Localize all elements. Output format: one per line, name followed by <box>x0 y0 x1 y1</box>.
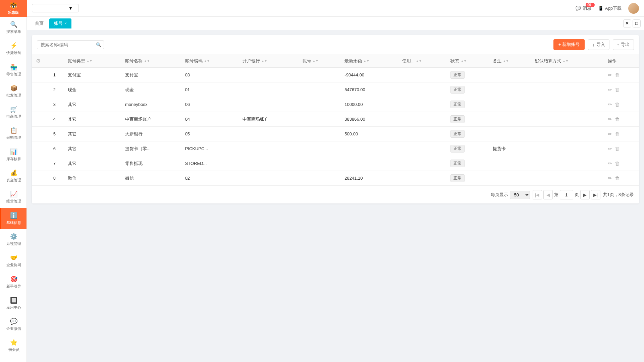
th-status[interactable]: 状态▲▼ <box>446 54 489 68</box>
td-default-settlement <box>531 171 604 186</box>
sidebar-item-搜索菜单[interactable]: 🔍 搜索菜单 <box>0 17 26 38</box>
sidebar-item-零售管理[interactable]: 🏪 零售管理 <box>0 59 26 80</box>
table-search-input[interactable] <box>41 42 94 47</box>
td-balance: 10000.00 <box>340 97 398 112</box>
td-name: 大新银行 <box>121 127 181 141</box>
sidebar-item-企业微信[interactable]: 💬 企业微信 <box>0 314 26 335</box>
td-type: 现金 <box>64 82 121 97</box>
edit-icon[interactable]: ✏ <box>608 72 612 78</box>
window-close-btn[interactable]: ✕ <box>623 19 631 27</box>
delete-icon[interactable]: 🗑 <box>615 116 620 122</box>
delete-icon[interactable]: 🗑 <box>615 146 620 152</box>
th-usage[interactable]: 使用...▲▼ <box>398 54 447 68</box>
sidebar-label: 搜索菜单 <box>6 29 21 34</box>
sidebar-item-电商管理[interactable]: 🛒 电商管理 <box>0 102 26 123</box>
app-download-button[interactable]: 📱 App下载 <box>598 5 622 11</box>
user-avatar[interactable] <box>628 3 639 14</box>
edit-icon[interactable]: ✏ <box>608 87 612 93</box>
delete-icon[interactable]: 🗑 <box>615 87 620 93</box>
msg-button[interactable]: 💬 消息 99+ <box>576 5 591 11</box>
add-account-button[interactable]: + 新增账号 <box>553 39 585 50</box>
sidebar-item-库存核算[interactable]: 📊 库存核算 <box>0 144 26 165</box>
td-action: ✏ 🗑 <box>604 112 639 127</box>
td-status: 正常 <box>446 97 489 112</box>
window-maximize-btn[interactable]: □ <box>633 19 641 27</box>
td-name: moneybosx <box>121 97 181 112</box>
delete-icon[interactable]: 🗑 <box>615 175 620 181</box>
delete-icon[interactable]: 🗑 <box>615 72 620 78</box>
page-next-btn[interactable]: ▶ <box>580 190 590 199</box>
status-badge: 正常 <box>450 130 465 138</box>
td-settings <box>32 141 45 156</box>
td-account <box>299 127 341 141</box>
tab-首页[interactable]: 首页 <box>30 18 48 28</box>
sidebar-item-采购管理[interactable]: 📋 采购管理 <box>0 123 26 144</box>
action-icons: ✏ 🗑 <box>608 175 635 181</box>
sidebar-icon: 🏪 <box>10 63 17 71</box>
toolbar-right: + 新增账号 ↓ 导入 ↑ 导出 <box>553 39 634 50</box>
th-bank[interactable]: 开户银行▲▼ <box>238 54 299 68</box>
td-name: 提货卡（零... <box>121 141 181 156</box>
sidebar-item-新手引导[interactable]: 🎯 新手引导 <box>0 272 26 293</box>
page-nav: |◀ ◀ 第 页 ▶ ▶| <box>533 190 600 199</box>
td-name: 零售抵现 <box>121 156 181 171</box>
edit-icon[interactable]: ✏ <box>608 116 612 122</box>
sidebar-item-资金管理[interactable]: 💰 资金管理 <box>0 165 26 186</box>
th-default-settlement[interactable]: 默认结算方式▲▼ <box>531 54 604 68</box>
export-button[interactable]: ↑ 导出 <box>613 39 634 50</box>
topbar-search[interactable]: ▼ <box>32 4 79 12</box>
sidebar-item-企业协同[interactable]: 🤝 企业协同 <box>0 250 26 271</box>
sidebar-item-畅会员[interactable]: ⭐ 畅会员 <box>0 335 26 356</box>
th-no <box>45 54 64 68</box>
edit-icon[interactable]: ✏ <box>608 146 612 152</box>
sidebar-item-快捷导航[interactable]: ⚡ 快捷导航 <box>0 38 26 59</box>
topbar-search-input[interactable] <box>35 6 68 11</box>
th-remark[interactable]: 备注▲▼ <box>489 54 531 68</box>
gear-icon[interactable]: ⚙ <box>36 58 41 64</box>
app-download-label: App下载 <box>605 5 622 11</box>
th-settings: ⚙ <box>32 54 45 68</box>
table-search-box[interactable]: 🔍 <box>37 40 104 49</box>
page-number-input[interactable] <box>560 190 573 199</box>
page-first-btn[interactable]: |◀ <box>533 190 542 199</box>
th-type[interactable]: 账号类型▲▼ <box>64 54 121 68</box>
td-account <box>299 68 341 82</box>
status-badge: 正常 <box>450 101 465 108</box>
main-content: ▼ 💬 消息 99+ 📱 App下载 首页账号× ✕□ <box>27 0 644 362</box>
sidebar-label: 库存核算 <box>6 157 21 161</box>
page-size-select[interactable]: 50 20 100 <box>510 191 530 199</box>
page-size-selector[interactable]: 每页显示 50 20 100 <box>491 191 530 199</box>
th-balance[interactable]: 最新余额▲▼ <box>340 54 398 68</box>
td-settings <box>32 156 45 171</box>
delete-icon[interactable]: 🗑 <box>615 131 620 137</box>
tab-close-icon[interactable]: × <box>64 21 67 26</box>
import-button[interactable]: ↓ 导入 <box>588 39 609 50</box>
sort-status-icon: ▲▼ <box>461 60 467 63</box>
td-code: PICKUPC... <box>181 141 238 156</box>
td-code: 01 <box>181 82 238 97</box>
tab-账号[interactable]: 账号× <box>49 18 71 28</box>
sidebar-item-基础信息[interactable]: ℹ️ 基础信息 <box>0 208 26 229</box>
td-remark <box>489 127 531 141</box>
action-icons: ✏ 🗑 <box>608 87 635 93</box>
td-bank <box>238 97 299 112</box>
sidebar-item-经营管理[interactable]: 📈 经营管理 <box>0 186 26 207</box>
td-default-settlement <box>531 68 604 82</box>
delete-icon[interactable]: 🗑 <box>615 102 620 107</box>
edit-icon[interactable]: ✏ <box>608 175 612 181</box>
page-last-btn[interactable]: ▶| <box>591 190 600 199</box>
sidebar-item-系统管理[interactable]: ⚙️ 系统管理 <box>0 229 26 250</box>
page-prev-btn[interactable]: ◀ <box>543 190 553 199</box>
delete-icon[interactable]: 🗑 <box>615 161 620 166</box>
sidebar-item-应用中心[interactable]: 🔲 应用中心 <box>0 293 26 314</box>
edit-icon[interactable]: ✏ <box>608 161 612 167</box>
th-code[interactable]: 账号编码▲▼ <box>181 54 238 68</box>
edit-icon[interactable]: ✏ <box>608 131 612 137</box>
th-account[interactable]: 账号▲▼ <box>299 54 341 68</box>
edit-icon[interactable]: ✏ <box>608 102 612 108</box>
th-name[interactable]: 账号名称▲▼ <box>121 54 181 68</box>
td-default-settlement <box>531 156 604 171</box>
td-name: 微信 <box>121 171 181 186</box>
table-row: 4 其它 中百商场账户 04 中百商场账户 383866.00 正常 ✏ 🗑 <box>32 112 639 127</box>
sidebar-item-批发管理[interactable]: 📦 批发管理 <box>0 80 26 102</box>
